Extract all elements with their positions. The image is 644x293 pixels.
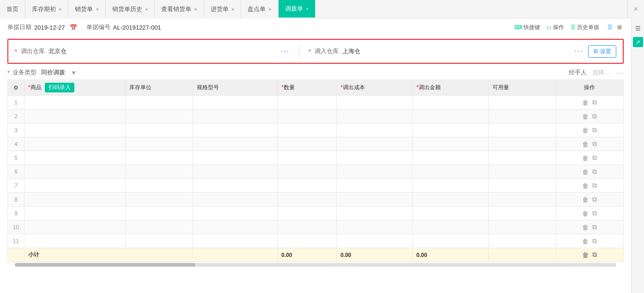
- row-spec-2[interactable]: [193, 110, 278, 123]
- row-goods-11[interactable]: [24, 234, 126, 248]
- business-value[interactable]: 同价调拨: [41, 68, 65, 77]
- row-cost-5[interactable]: [336, 151, 412, 165]
- history-button[interactable]: ☰ 历史单据: [571, 24, 599, 31]
- row-spec-5[interactable]: [193, 151, 278, 165]
- tab-inventory-check[interactable]: 盘点单 ×: [241, 0, 278, 18]
- row-qty-9[interactable]: [278, 207, 337, 220]
- close-tab-purchase-order[interactable]: ×: [231, 6, 234, 12]
- delete-icon-2[interactable]: 🗑: [582, 113, 589, 120]
- delete-icon-8[interactable]: 🗑: [582, 196, 589, 203]
- row-qty-3[interactable]: [278, 123, 337, 137]
- tab-sales-order[interactable]: 销货单 ×: [68, 0, 105, 18]
- shortcuts-button[interactable]: ⌨ 快捷键: [514, 24, 540, 31]
- row-avail-10[interactable]: [488, 220, 556, 234]
- row-goods-5[interactable]: [24, 151, 126, 165]
- calendar-icon[interactable]: 📅: [70, 24, 77, 31]
- layout-list-button[interactable]: ☰: [606, 23, 614, 31]
- delete-icon-10[interactable]: 🗑: [582, 224, 589, 231]
- row-avail-8[interactable]: [488, 193, 556, 207]
- close-all-tabs-button[interactable]: ×: [627, 0, 644, 18]
- row-goods-6[interactable]: [24, 165, 126, 179]
- row-cost-8[interactable]: [336, 193, 412, 207]
- row-amount-1[interactable]: [413, 96, 488, 110]
- row-avail-5[interactable]: [488, 151, 556, 165]
- delete-icon-9[interactable]: 🗑: [582, 210, 589, 217]
- row-qty-6[interactable]: [278, 165, 337, 179]
- settings-button[interactable]: ⚙ 设置: [588, 45, 616, 58]
- row-amount-6[interactable]: [413, 165, 488, 179]
- row-unit-10[interactable]: [126, 220, 193, 234]
- row-unit-9[interactable]: [126, 207, 193, 220]
- copy-icon-9[interactable]: ⧉: [592, 209, 597, 217]
- row-unit-5[interactable]: [126, 151, 193, 165]
- row-qty-10[interactable]: [278, 220, 337, 234]
- row-goods-1[interactable]: [24, 96, 126, 110]
- row-avail-9[interactable]: [488, 207, 556, 220]
- tab-view-sales[interactable]: 查看销货单 ×: [155, 0, 204, 18]
- row-amount-2[interactable]: [413, 110, 488, 123]
- row-avail-2[interactable]: [488, 110, 556, 123]
- row-spec-11[interactable]: [193, 234, 278, 248]
- scan-button[interactable]: 扫码录入: [45, 83, 74, 92]
- out-warehouse-value[interactable]: 北京仓: [49, 47, 67, 55]
- tab-home[interactable]: 首页: [0, 0, 25, 18]
- row-cost-9[interactable]: [336, 207, 412, 220]
- row-amount-9[interactable]: [413, 207, 488, 220]
- delete-icon-1[interactable]: 🗑: [582, 99, 589, 106]
- row-cost-10[interactable]: [336, 220, 412, 234]
- th-gear[interactable]: ⚙: [8, 80, 24, 96]
- row-goods-8[interactable]: [24, 193, 126, 207]
- right-panel-list-icon[interactable]: ☰: [633, 23, 643, 33]
- row-qty-7[interactable]: [278, 179, 337, 193]
- gear-settings-icon[interactable]: ⚙: [13, 85, 18, 91]
- row-unit-11[interactable]: [126, 234, 193, 248]
- row-avail-6[interactable]: [488, 165, 556, 179]
- close-tab-transfer-order[interactable]: ×: [306, 6, 309, 12]
- row-qty-1[interactable]: [278, 96, 337, 110]
- copy-icon-1[interactable]: ⧉: [592, 98, 597, 106]
- agent-placeholder[interactable]: 选择...: [592, 68, 609, 77]
- row-avail-11[interactable]: [488, 234, 556, 248]
- delete-icon-11[interactable]: 🗑: [582, 238, 589, 245]
- close-tab-sales-history[interactable]: ×: [145, 6, 148, 12]
- close-tab-view-sales[interactable]: ×: [194, 6, 197, 12]
- row-goods-4[interactable]: [24, 137, 126, 151]
- in-warehouse-value[interactable]: 上海仓: [342, 47, 360, 55]
- row-amount-8[interactable]: [413, 193, 488, 207]
- copy-icon-5[interactable]: ⧉: [592, 154, 597, 162]
- row-spec-6[interactable]: [193, 165, 278, 179]
- row-cost-2[interactable]: [336, 110, 412, 123]
- row-cost-11[interactable]: [336, 234, 412, 248]
- row-amount-7[interactable]: [413, 179, 488, 193]
- layout-grid-button[interactable]: ⊞: [615, 23, 624, 31]
- row-goods-10[interactable]: [24, 220, 126, 234]
- tab-purchase-order[interactable]: 进货单 ×: [204, 0, 241, 18]
- copy-icon-8[interactable]: ⧉: [592, 195, 597, 203]
- operations-button[interactable]: ⚏ 操作: [547, 24, 564, 31]
- row-qty-4[interactable]: [278, 137, 337, 151]
- copy-icon-3[interactable]: ⧉: [592, 126, 597, 134]
- tab-transfer-order[interactable]: 调拨单 ×: [279, 0, 316, 18]
- agent-more-button[interactable]: ···: [616, 69, 624, 76]
- subtotal-delete-icon[interactable]: 🗑: [582, 251, 589, 259]
- row-unit-1[interactable]: [126, 96, 193, 110]
- row-unit-8[interactable]: [126, 193, 193, 207]
- row-spec-9[interactable]: [193, 207, 278, 220]
- row-goods-9[interactable]: [24, 207, 126, 220]
- copy-icon-7[interactable]: ⧉: [592, 182, 597, 189]
- row-cost-4[interactable]: [336, 137, 412, 151]
- row-spec-10[interactable]: [193, 220, 278, 234]
- copy-icon-2[interactable]: ⧉: [592, 112, 597, 120]
- row-cost-6[interactable]: [336, 165, 412, 179]
- row-avail-3[interactable]: [488, 123, 556, 137]
- close-tab-sales-order[interactable]: ×: [96, 6, 98, 12]
- row-avail-1[interactable]: [488, 96, 556, 110]
- tab-inventory-init[interactable]: 库存期初 ×: [25, 0, 68, 18]
- delete-icon-4[interactable]: 🗑: [582, 140, 589, 148]
- close-tab-inventory-check[interactable]: ×: [268, 6, 271, 12]
- in-warehouse-more-button[interactable]: ···: [575, 47, 583, 55]
- row-amount-3[interactable]: [413, 123, 488, 137]
- row-spec-3[interactable]: [193, 123, 278, 137]
- row-spec-8[interactable]: [193, 193, 278, 207]
- row-goods-3[interactable]: [24, 123, 126, 137]
